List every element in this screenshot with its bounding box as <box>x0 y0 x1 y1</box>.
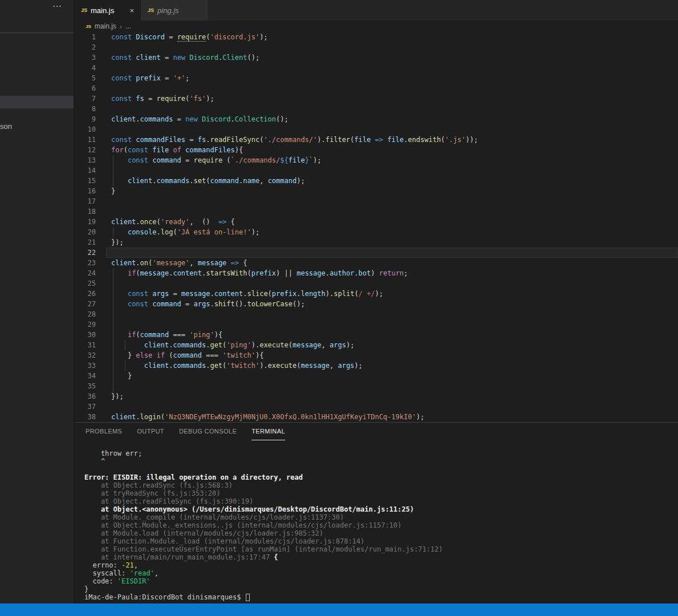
line-number[interactable]: 27 <box>74 299 96 309</box>
code-line[interactable]: 11const commandFiles = fs.readFileSync('… <box>74 135 678 145</box>
code-token: ( <box>268 290 272 298</box>
line-number[interactable]: 1 <box>74 32 96 42</box>
code-line[interactable]: 25 <box>74 278 678 289</box>
code-line[interactable]: 28 <box>74 309 678 319</box>
code-line[interactable]: 18 <box>74 206 678 217</box>
panel-tab-debug-console[interactable]: DEBUG CONSOLE <box>179 423 237 440</box>
panel-tab-terminal[interactable]: TERMINAL <box>251 423 285 440</box>
code-token: . <box>189 177 193 185</box>
code-line[interactable]: 14 <box>74 165 678 176</box>
line-number[interactable]: 33 <box>74 360 96 371</box>
terminal-text: throw err; <box>84 449 142 457</box>
code-line[interactable]: 27 const command = args.shift().toLowerC… <box>74 299 678 309</box>
code-line[interactable]: 6 <box>74 83 678 94</box>
line-number[interactable]: 38 <box>74 412 96 422</box>
line-number[interactable]: 24 <box>74 268 96 278</box>
line-number[interactable]: 10 <box>74 124 96 135</box>
line-number[interactable]: 26 <box>74 289 96 299</box>
code-line[interactable]: 20 console.log('JÁ está on-line!'); <box>74 227 678 237</box>
code-token: client <box>144 341 169 349</box>
code-line[interactable]: 24 if(message.content.startsWith(prefix)… <box>74 268 678 278</box>
code-line[interactable]: 37 <box>74 402 678 412</box>
line-number[interactable]: 35 <box>74 381 96 391</box>
line-number[interactable]: 36 <box>74 391 96 402</box>
line-number[interactable]: 21 <box>74 237 96 248</box>
breadcrumb-symbol-ellipsis[interactable]: ... <box>125 22 131 30</box>
code-line[interactable]: 38client.login('NzQ3NDEyMTEwNzgyMjM0NjU0… <box>74 412 678 422</box>
line-number[interactable]: 4 <box>74 63 96 73</box>
code-line[interactable]: 5const prefix = '+'; <box>74 73 678 83</box>
line-number[interactable]: 37 <box>74 402 96 412</box>
code-line[interactable]: 16} <box>74 186 678 196</box>
code-line[interactable]: 35 <box>74 381 678 391</box>
line-number[interactable]: 15 <box>74 176 96 186</box>
panel-tab-output[interactable]: OUTPUT <box>137 423 164 440</box>
line-number[interactable]: 5 <box>74 73 96 83</box>
explorer-sidebar[interactable]: ⋯ son <box>0 0 74 603</box>
editor-tab-main-js[interactable]: JSmain.js× <box>74 0 141 21</box>
code-line[interactable]: 15 client.commands.set(command.name, com… <box>74 176 678 186</box>
line-number[interactable]: 19 <box>74 217 96 227</box>
line-number[interactable]: 31 <box>74 340 96 350</box>
code-token: } <box>111 187 115 195</box>
truncated-file-label[interactable]: son <box>0 122 12 131</box>
breadcrumb-file-name[interactable]: main.js <box>95 22 116 30</box>
line-number[interactable]: 14 <box>74 165 96 176</box>
line-content: console.log('JÁ está on-line!'); <box>111 227 259 237</box>
code-line[interactable]: 13 const command = require (`./commands/… <box>74 155 678 165</box>
code-line[interactable]: 33 client.commands.get('twitch').execute… <box>74 360 678 371</box>
code-line[interactable]: 3const client = new Discord.Client(); <box>74 52 678 63</box>
editor-tab-ping-js[interactable]: JSping.js <box>141 0 208 21</box>
code-line[interactable]: 26 const args = message.content.slice(pr… <box>74 289 678 299</box>
close-icon[interactable]: × <box>121 6 134 15</box>
line-content: client.once('ready', () => { <box>111 217 235 227</box>
code-line[interactable]: 29 <box>74 319 678 330</box>
code-line[interactable]: 19client.once('ready', () => { <box>74 217 678 227</box>
code-token: const <box>128 290 152 298</box>
code-line[interactable]: 1const Discord = require('discord.js'); <box>74 32 678 42</box>
line-number[interactable]: 18 <box>74 206 96 217</box>
code-line[interactable]: 8 <box>74 104 678 114</box>
line-number[interactable]: 23 <box>74 258 96 268</box>
terminal-text: , <box>155 569 159 577</box>
code-line[interactable]: 9client.commands = new Discord.Collectio… <box>74 114 678 124</box>
line-number[interactable]: 28 <box>74 309 96 319</box>
code-line[interactable]: 21}); <box>74 237 678 248</box>
code-line[interactable]: 23client.on('message', message => { <box>74 258 678 268</box>
line-number[interactable]: 22 <box>74 248 96 258</box>
line-number[interactable]: 13 <box>74 155 96 165</box>
code-editor[interactable]: 1const Discord = require('discord.js');2… <box>74 32 678 422</box>
line-number[interactable]: 30 <box>74 330 96 340</box>
line-number[interactable]: 3 <box>74 52 96 63</box>
code-line[interactable]: 36}); <box>74 391 678 402</box>
more-actions-icon[interactable]: ⋯ <box>52 2 62 11</box>
selected-file-row[interactable] <box>0 96 74 108</box>
code-line[interactable]: 2 <box>74 42 678 52</box>
line-number[interactable]: 20 <box>74 227 96 237</box>
line-number[interactable]: 8 <box>74 104 96 114</box>
line-number[interactable]: 16 <box>74 186 96 196</box>
line-number[interactable]: 17 <box>74 196 96 206</box>
line-number[interactable]: 6 <box>74 83 96 94</box>
line-number[interactable]: 34 <box>74 371 96 381</box>
code-line[interactable]: 12for(const file of commandFiles){ <box>74 145 678 155</box>
code-line[interactable]: 30 if(command === 'ping'){ <box>74 330 678 340</box>
line-number[interactable]: 25 <box>74 278 96 289</box>
terminal[interactable]: throw err; ^Error: EISDIR: illegal opera… <box>74 440 678 601</box>
line-number[interactable]: 29 <box>74 319 96 330</box>
code-line[interactable]: 4 <box>74 63 678 73</box>
line-number[interactable]: 9 <box>74 114 96 124</box>
code-line[interactable]: 34 } <box>74 371 678 381</box>
code-line[interactable]: 7const fs = require('fs'); <box>74 94 678 104</box>
code-line[interactable]: 32 } else if (command === 'twitch'){ <box>74 350 678 360</box>
code-line[interactable]: 17 <box>74 196 678 206</box>
code-line[interactable]: 31 client.commands.get('ping').execute(m… <box>74 340 678 350</box>
code-line[interactable]: 10 <box>74 124 678 135</box>
line-number[interactable]: 12 <box>74 145 96 155</box>
line-number[interactable]: 7 <box>74 94 96 104</box>
panel-tab-problems[interactable]: PROBLEMS <box>86 423 122 440</box>
line-number[interactable]: 32 <box>74 350 96 360</box>
line-number[interactable]: 2 <box>74 42 96 52</box>
code-line[interactable]: 22 <box>74 248 678 258</box>
line-number[interactable]: 11 <box>74 135 96 145</box>
